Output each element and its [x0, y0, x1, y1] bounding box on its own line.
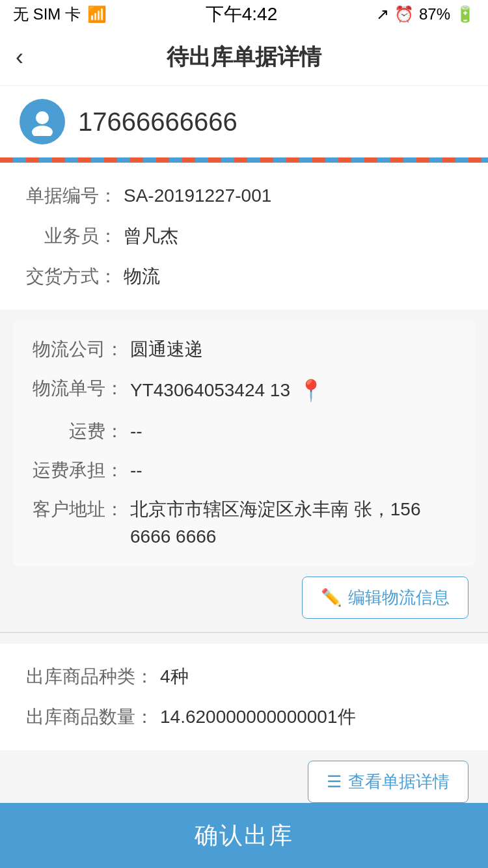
order-no-value: SA-20191227-001	[124, 182, 462, 210]
edit-logistics-label: 编辑物流信息	[348, 586, 450, 609]
view-detail-button[interactable]: ☰ 查看单据详情	[308, 761, 468, 803]
status-left: 无 SIM 卡 📶	[13, 4, 107, 25]
confirm-outbound-button[interactable]: 确认出库	[195, 820, 293, 852]
battery-icon: 🔋	[455, 5, 475, 23]
freight-row: 运费： --	[33, 418, 455, 445]
svg-point-0	[36, 111, 49, 124]
salesman-label: 业务员：	[26, 223, 117, 250]
confirm-btn-wrap[interactable]: 确认出库	[0, 803, 488, 868]
page-title: 待出库单据详情	[167, 42, 321, 72]
tracking-no-row: 物流单号： YT43064053424 13 📍	[33, 375, 455, 406]
delivery-value: 物流	[124, 263, 462, 290]
goods-types-row: 出库商品种类： 4种	[26, 663, 462, 690]
address-row: 客户地址： 北京市市辖区海淀区永丰南 张，156 6666 6666	[33, 496, 455, 550]
delivery-row: 交货方式： 物流	[26, 263, 462, 290]
avatar	[20, 99, 65, 144]
freight-label: 运费：	[33, 418, 124, 445]
edit-logistics-button[interactable]: ✏️ 编辑物流信息	[302, 576, 468, 619]
nav-bar: ‹ 待出库单据详情	[0, 29, 488, 86]
status-time: 下午4:42	[206, 2, 278, 27]
wifi-icon: 📶	[87, 5, 107, 23]
customer-header: 17666666666	[0, 86, 488, 157]
status-bar: 无 SIM 卡 📶 下午4:42 ↗ ⏰ 87% 🔋	[0, 0, 488, 29]
separator-line	[0, 632, 488, 633]
logistics-card: 物流公司： 圆通速递 物流单号： YT43064053424 13 📍 运费： …	[13, 320, 475, 566]
logistics-company-value: 圆通速递	[130, 336, 455, 363]
logistics-company-row: 物流公司： 圆通速递	[33, 336, 455, 363]
battery-label: 87%	[419, 5, 450, 23]
delivery-label: 交货方式：	[26, 263, 117, 290]
tracking-no-value: YT43064053424 13 📍	[130, 375, 455, 406]
goods-section: 出库商品种类： 4种 出库商品数量： 14.620000000000001件	[0, 644, 488, 750]
order-info-section: 单据编号： SA-20191227-001 业务员： 曾凡杰 交货方式： 物流	[0, 163, 488, 310]
view-detail-label: 查看单据详情	[348, 770, 450, 793]
document-icon: ☰	[327, 772, 342, 792]
alarm-icon: ⏰	[394, 5, 414, 23]
order-no-row: 单据编号： SA-20191227-001	[26, 182, 462, 210]
freight-bearer-value: --	[130, 457, 455, 484]
edit-logistics-wrap: ✏️ 编辑物流信息	[0, 576, 488, 632]
salesman-value: 曾凡杰	[124, 223, 462, 250]
salesman-row: 业务员： 曾凡杰	[26, 223, 462, 250]
customer-phone: 17666666666	[78, 107, 237, 137]
back-button[interactable]: ‹	[16, 44, 23, 71]
goods-types-value: 4种	[160, 663, 462, 690]
svg-point-1	[32, 126, 53, 136]
order-no-label: 单据编号：	[26, 182, 117, 210]
freight-bearer-row: 运费承担： --	[33, 457, 455, 484]
goods-quantity-row: 出库商品数量： 14.620000000000001件	[26, 703, 462, 731]
address-value: 北京市市辖区海淀区永丰南 张，156 6666 6666	[130, 496, 455, 550]
logistics-company-label: 物流公司：	[33, 336, 124, 363]
freight-value: --	[130, 418, 455, 445]
edit-icon: ✏️	[321, 588, 342, 608]
tracking-no-label: 物流单号：	[33, 375, 124, 402]
goods-types-label: 出库商品种类：	[26, 663, 154, 690]
dashed-divider	[0, 157, 488, 163]
carrier-label: 无 SIM 卡	[13, 4, 81, 25]
status-right: ↗ ⏰ 87% 🔋	[376, 5, 475, 23]
freight-bearer-label: 运费承担：	[33, 457, 124, 484]
address-label: 客户地址：	[33, 496, 124, 523]
map-pin-icon[interactable]: 📍	[298, 375, 324, 406]
goods-quantity-value: 14.620000000000001件	[160, 703, 462, 731]
location-status-icon: ↗	[376, 5, 389, 23]
goods-quantity-label: 出库商品数量：	[26, 703, 154, 731]
